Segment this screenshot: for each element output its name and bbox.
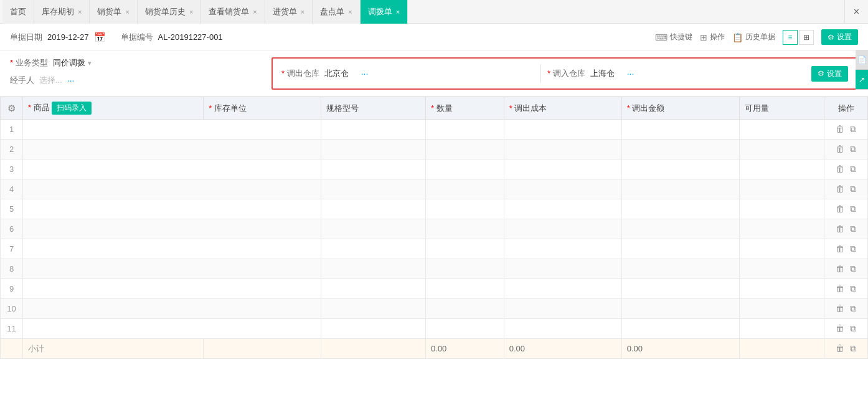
amount-cell[interactable] <box>621 239 739 259</box>
product-cell[interactable] <box>23 299 321 319</box>
shortcut-button[interactable]: ⌨ 快捷键 <box>655 32 692 42</box>
available-cell[interactable] <box>739 159 824 179</box>
qty-cell[interactable] <box>426 259 504 279</box>
copy-icon[interactable]: ⧉ <box>850 323 856 333</box>
subtotal-copy-icon[interactable]: ⧉ <box>850 343 856 353</box>
qty-cell[interactable] <box>426 239 504 259</box>
delete-icon[interactable]: 🗑 <box>836 124 844 134</box>
delete-icon[interactable]: 🗑 <box>836 244 844 254</box>
spec-cell[interactable] <box>321 179 426 199</box>
copy-icon[interactable]: ⧉ <box>850 164 856 174</box>
spec-cell[interactable] <box>321 159 426 179</box>
cost-cell[interactable] <box>504 319 621 339</box>
amount-cell[interactable] <box>621 199 739 219</box>
operate-button[interactable]: ⊞ 操作 <box>700 32 725 42</box>
right-panel-export-icon[interactable]: ↗ <box>856 70 868 90</box>
amount-cell[interactable] <box>621 120 739 140</box>
product-cell[interactable] <box>23 279 321 299</box>
spec-cell[interactable] <box>321 199 426 219</box>
tab-sales-order[interactable]: 销货单 × <box>90 0 137 24</box>
amount-cell[interactable] <box>621 259 739 279</box>
cost-cell[interactable] <box>504 159 621 179</box>
tab-purchase[interactable]: 进货单 × <box>265 0 313 24</box>
tab-sales-history-close[interactable]: × <box>189 8 193 16</box>
copy-icon[interactable]: ⧉ <box>850 283 856 293</box>
tab-sales-history[interactable]: 销货单历史 × <box>138 0 201 24</box>
copy-icon[interactable]: ⧉ <box>850 124 856 134</box>
copy-icon[interactable]: ⧉ <box>850 244 856 254</box>
cost-cell[interactable] <box>504 179 621 199</box>
tab-home[interactable]: 首页 <box>2 0 34 24</box>
delete-icon[interactable]: 🗑 <box>836 144 844 154</box>
copy-icon[interactable]: ⧉ <box>850 184 856 194</box>
tab-transfer-close[interactable]: × <box>396 8 400 16</box>
cost-cell[interactable] <box>504 239 621 259</box>
available-cell[interactable] <box>739 239 824 259</box>
amount-cell[interactable] <box>621 179 739 199</box>
product-cell[interactable] <box>23 179 321 199</box>
qty-cell[interactable] <box>426 319 504 339</box>
product-cell[interactable] <box>23 199 321 219</box>
spec-cell[interactable] <box>321 120 426 140</box>
qty-cell[interactable] <box>426 199 504 219</box>
amount-cell[interactable] <box>621 299 739 319</box>
cost-cell[interactable] <box>504 199 621 219</box>
tab-inventory-init-close[interactable]: × <box>78 8 82 16</box>
spec-cell[interactable] <box>321 319 426 339</box>
qty-cell[interactable] <box>426 159 504 179</box>
amount-cell[interactable] <box>621 279 739 299</box>
delete-icon[interactable]: 🗑 <box>836 283 844 293</box>
product-cell[interactable] <box>23 319 321 339</box>
out-warehouse-more-icon[interactable]: ··· <box>361 69 369 79</box>
delete-icon[interactable]: 🗑 <box>836 264 844 274</box>
available-cell[interactable] <box>739 299 824 319</box>
qty-cell[interactable] <box>426 279 504 299</box>
copy-icon[interactable]: ⧉ <box>850 144 856 154</box>
product-cell[interactable] <box>23 140 321 159</box>
available-cell[interactable] <box>739 279 824 299</box>
delete-icon[interactable]: 🗑 <box>836 224 844 234</box>
close-all-tabs-button[interactable]: × <box>844 0 868 24</box>
calendar-icon[interactable]: 📅 <box>94 32 106 43</box>
scan-entry-button[interactable]: 扫码录入 <box>52 102 92 115</box>
available-cell[interactable] <box>739 259 824 279</box>
cost-cell[interactable] <box>504 219 621 239</box>
tab-inventory-check-close[interactable]: × <box>348 8 352 16</box>
qty-cell[interactable] <box>426 179 504 199</box>
delete-icon[interactable]: 🗑 <box>836 204 844 214</box>
tab-sales-order-close[interactable]: × <box>125 8 129 16</box>
available-cell[interactable] <box>739 179 824 199</box>
product-cell[interactable] <box>23 159 321 179</box>
product-cell[interactable] <box>23 120 321 140</box>
spec-cell[interactable] <box>321 140 426 159</box>
qty-cell[interactable] <box>426 120 504 140</box>
grid-view-button[interactable]: ⊞ <box>799 30 814 45</box>
available-cell[interactable] <box>739 120 824 140</box>
product-cell[interactable] <box>23 219 321 239</box>
tab-inventory-init[interactable]: 库存期初 × <box>34 0 90 24</box>
spec-cell[interactable] <box>321 279 426 299</box>
qty-cell[interactable] <box>426 219 504 239</box>
biz-type-select[interactable]: 同价调拨 ▾ <box>53 57 92 69</box>
handler-value[interactable]: 选择... <box>39 75 62 86</box>
product-cell[interactable] <box>23 239 321 259</box>
tab-transfer[interactable]: 调拨单 × <box>361 0 408 24</box>
tab-view-sales-close[interactable]: × <box>253 8 257 16</box>
subtotal-delete-icon[interactable]: 🗑 <box>836 343 844 353</box>
delete-icon[interactable]: 🗑 <box>836 323 844 333</box>
delete-icon[interactable]: 🗑 <box>836 164 844 174</box>
warehouse-settings-button[interactable]: ⚙ 设置 <box>811 66 848 82</box>
copy-icon[interactable]: ⧉ <box>850 303 856 313</box>
available-cell[interactable] <box>739 199 824 219</box>
delete-icon[interactable]: 🗑 <box>836 184 844 194</box>
spec-cell[interactable] <box>321 299 426 319</box>
copy-icon[interactable]: ⧉ <box>850 264 856 274</box>
delete-icon[interactable]: 🗑 <box>836 303 844 313</box>
table-settings-icon[interactable]: ⚙ <box>7 103 16 113</box>
copy-icon[interactable]: ⧉ <box>850 204 856 214</box>
amount-cell[interactable] <box>621 219 739 239</box>
cost-cell[interactable] <box>504 120 621 140</box>
spec-cell[interactable] <box>321 239 426 259</box>
qty-cell[interactable] <box>426 299 504 319</box>
in-warehouse-more-icon[interactable]: ··· <box>627 69 634 79</box>
